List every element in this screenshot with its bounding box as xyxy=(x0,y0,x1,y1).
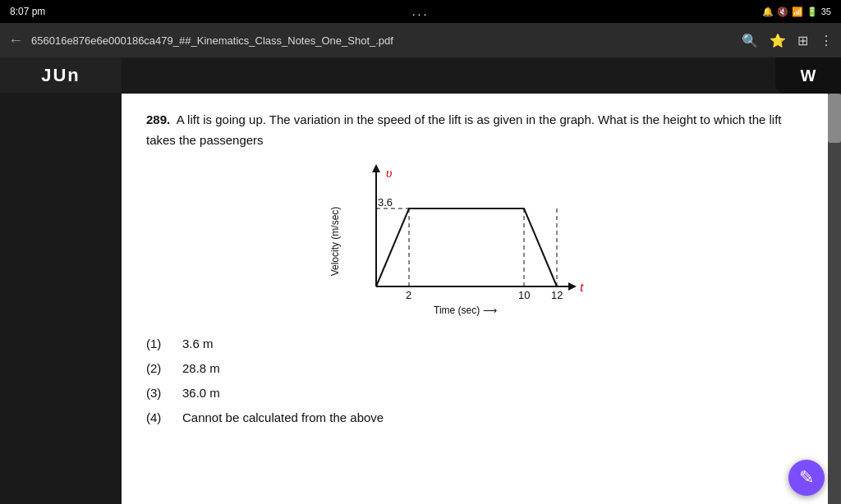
three-dots: ... xyxy=(412,5,430,18)
svg-text:12: 12 xyxy=(551,289,563,301)
option-3-num: (3) xyxy=(146,381,169,405)
svg-text:υ: υ xyxy=(386,166,392,180)
logo: W xyxy=(775,57,841,94)
search-icon[interactable]: 🔍 xyxy=(742,33,758,48)
alarm-icon: 🔔 xyxy=(762,7,774,17)
option-4: (4) Cannot be calculated from the above xyxy=(146,405,803,430)
svg-text:t: t xyxy=(580,279,585,295)
back-button[interactable]: ← xyxy=(8,32,23,49)
svg-text:Time (sec) ⟶: Time (sec) ⟶ xyxy=(434,305,497,316)
option-2-num: (2) xyxy=(146,356,169,381)
question-block: 289. A lift is going up. The variation i… xyxy=(146,110,803,151)
svg-text:3.6: 3.6 xyxy=(378,196,393,208)
star-icon[interactable]: ⭐ xyxy=(770,33,786,48)
option-4-num: (4) xyxy=(146,405,169,430)
more-icon[interactable]: ⋮ xyxy=(820,33,833,48)
option-3: (3) 36.0 m xyxy=(146,381,803,405)
question-number: 289. xyxy=(146,112,170,126)
sound-icon: 🔇 xyxy=(777,7,788,17)
svg-text:2: 2 xyxy=(406,289,411,301)
option-1-text: 3.6 m xyxy=(182,332,214,356)
svg-text:10: 10 xyxy=(518,289,530,301)
grid-icon[interactable]: ⊞ xyxy=(797,33,808,48)
time-display: 8:07 pm xyxy=(10,6,45,17)
file-bar: ← 656016e876e6e000186ca479_##_Kinematics… xyxy=(0,23,841,57)
option-1: (1) 3.6 m xyxy=(146,332,803,356)
option-4-text: Cannot be calculated from the above xyxy=(182,405,384,430)
pencil-icon: ✎ xyxy=(799,467,814,488)
option-3-text: 36.0 m xyxy=(182,381,220,405)
status-icons: 🔔 🔇 📶 🔋 35 xyxy=(762,7,831,17)
section-label: JUn xyxy=(0,57,122,93)
float-action-button[interactable]: ✎ xyxy=(788,460,825,496)
file-name: 656016e876e6e000186ca479_##_Kinematics_C… xyxy=(31,34,733,47)
status-bar: 8:07 pm ... 🔔 🔇 📶 🔋 35 xyxy=(0,0,841,23)
battery-level: 35 xyxy=(821,7,831,16)
battery-icon: 🔋 xyxy=(807,7,818,17)
question-text: A lift is going up. The variation in the… xyxy=(146,112,782,147)
wifi-icon: 📶 xyxy=(792,7,803,17)
option-2-text: 28.8 m xyxy=(182,356,220,381)
graph-container: Velocity (m/sec) υ 3.6 xyxy=(146,159,803,323)
paper-content: 289. A lift is going up. The variation i… xyxy=(122,94,828,504)
scrollbar-thumb[interactable] xyxy=(828,94,841,143)
file-icons: 🔍 ⭐ ⊞ ⋮ xyxy=(742,33,833,48)
scrollbar[interactable] xyxy=(828,94,841,504)
logo-text: W xyxy=(801,66,816,85)
option-2: (2) 28.8 m xyxy=(146,356,803,381)
options-list: (1) 3.6 m (2) 28.8 m (3) 36.0 m (4) Cann… xyxy=(146,332,803,430)
svg-text:Velocity (m/sec): Velocity (m/sec) xyxy=(329,206,341,276)
velocity-time-graph: Velocity (m/sec) υ 3.6 xyxy=(327,159,623,323)
jun-text: JUn xyxy=(41,65,80,86)
svg-marker-2 xyxy=(372,164,380,172)
option-1-num: (1) xyxy=(146,332,169,356)
svg-marker-4 xyxy=(568,282,577,291)
